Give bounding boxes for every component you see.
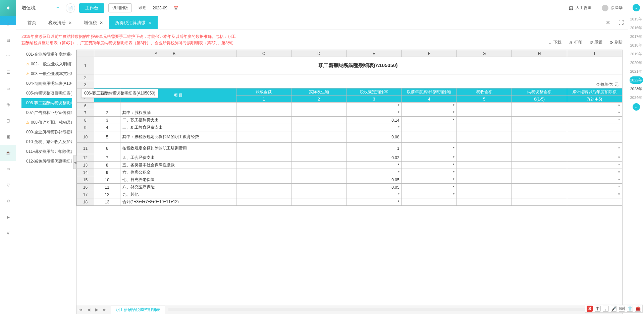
collapse-handle[interactable]: ◀ (73, 155, 76, 169)
reset-button[interactable]: ↺重置 (590, 40, 602, 45)
ime-skin-icon[interactable]: 👕 (627, 306, 633, 312)
form-list-item[interactable]: ⚠008-资产折旧、摊销及纳税... (21, 118, 72, 127)
avatar-icon (602, 5, 608, 11)
year-button[interactable]: 2024年 (630, 94, 643, 101)
rail-tax-icon[interactable]: ☕ (0, 145, 16, 161)
form-list-label: 010-免税、减计收入及加计... (26, 139, 72, 145)
ime-lang-icon[interactable]: 中 (595, 306, 601, 312)
form-list-item[interactable]: 001-企业所得税年度纳税申... (21, 50, 72, 59)
sheet-nav-first[interactable]: ⏮ (76, 307, 85, 312)
col-D[interactable]: D (291, 50, 346, 57)
year-button[interactable]: 2017年 (630, 33, 643, 40)
rail-chart-icon[interactable]: 〰 (0, 48, 16, 64)
refresh-icon: ⟳ (610, 40, 613, 45)
period-label: 账期 (139, 5, 147, 11)
user-name: 徐泽华 (610, 5, 623, 11)
close-icon[interactable]: ✕ (148, 20, 152, 25)
year-button[interactable]: 2019年 (630, 50, 643, 58)
user-menu[interactable]: 徐泽华 (602, 5, 623, 11)
sheet-title: 职工薪酬纳税调整明细表(A105050) (94, 57, 622, 74)
ime-tool-icon[interactable]: 🧰 (635, 306, 641, 312)
col-H[interactable]: H (512, 50, 567, 57)
tab[interactable]: 税表清册✕ (42, 16, 78, 29)
form-list-item[interactable]: 004-期间费用明细表(A1040... (21, 79, 72, 88)
tab[interactable]: 首页 (21, 16, 42, 29)
col-C[interactable]: C (236, 50, 291, 57)
sheet-nav-last[interactable]: ⏭ (101, 307, 109, 312)
form-list-label: 012-减免所得税优惠明细表(... (26, 159, 72, 164)
period-value: 2023-09 (153, 6, 167, 10)
close-all-tabs[interactable]: ✕ (601, 16, 614, 29)
ime-mic-icon[interactable]: 🎤 (611, 306, 617, 312)
form-list-label: 001-企业所得税年度纳税申... (26, 52, 72, 57)
form-list-item[interactable]: 012-减免所得税优惠明细表(... (21, 156, 72, 166)
rail-clipboard-icon[interactable]: ▭ (0, 80, 16, 97)
form-list-item[interactable]: 011-研发费用加计扣除优惠... (21, 147, 72, 156)
rail-v-icon[interactable]: V (0, 225, 16, 241)
form-list-item[interactable]: ⚠002-一般企业收入明细表(A... (21, 59, 72, 69)
sheet-nav-next[interactable]: ▶ (93, 307, 101, 312)
rail-shirt-icon[interactable]: ▢ (0, 113, 16, 129)
year-button[interactable]: 2023年 (630, 85, 643, 92)
sheet-grid[interactable]: A B C D E F G H I (76, 50, 622, 305)
year-scroll-down[interactable]: ⌄ (633, 103, 640, 111)
reset-icon: ↺ (590, 40, 593, 45)
tax-type-label: 增值税 (21, 5, 36, 11)
old-version-button[interactable]: 切到旧版 (108, 3, 132, 12)
tab-label: 税表清册 (48, 20, 66, 26)
close-icon[interactable]: ✕ (68, 20, 72, 25)
year-button[interactable]: 2018年 (630, 42, 643, 49)
rail-doc-icon[interactable]: ▤ (0, 32, 16, 48)
sheet-hscroll[interactable] (168, 308, 619, 311)
form-list-item[interactable]: 007-广告费和业务宣传费跨... (21, 108, 72, 118)
ime-logo-icon[interactable]: S (587, 306, 593, 312)
form-list-item[interactable]: 005-纳税调整项目明细表(A1... (21, 88, 72, 98)
tab[interactable]: 所得税汇算清缴✕ (109, 16, 158, 29)
download-button[interactable]: ⭳下载 (548, 40, 561, 45)
col-I[interactable]: I (567, 50, 622, 57)
year-button[interactable]: 2021年 (630, 68, 643, 75)
calendar-icon[interactable]: 📅 (173, 6, 178, 10)
year-button[interactable]: 2020年 (630, 59, 643, 66)
form-list-item[interactable]: 006-职工薪酬纳税调整明细... (21, 98, 72, 108)
tax-type-selector[interactable]: 增值税 ﹀ (21, 5, 62, 11)
app-root: ✦ ⌂ ▤ 〰 ☰ ▭ ◎ ▢ ▣ ☕ ▭ ▽ ⚙ ▶ V 增值税 ﹀ 📄 工作… (0, 0, 644, 314)
sheet-tab[interactable]: 职工薪酬纳税调整明细表 (111, 306, 165, 314)
col-G[interactable]: G (457, 50, 512, 57)
rail-gear-icon[interactable]: ⚙ (0, 193, 16, 209)
col-E[interactable]: E (346, 50, 401, 57)
rail-box-icon[interactable]: ▭ (0, 161, 16, 177)
col-A[interactable]: A B (94, 50, 236, 57)
workspace-button[interactable]: 工作台 (79, 3, 104, 13)
rail-coin-icon[interactable]: ◎ (0, 97, 16, 113)
year-scroll-up[interactable]: ⌄ (633, 4, 640, 11)
support-link[interactable]: 🎧 人工咨询 (569, 5, 592, 11)
refresh-button[interactable]: ⟳刷新 (610, 40, 623, 45)
year-button[interactable]: 2016年 (630, 24, 643, 32)
table-row: 1712九、其他*** (77, 191, 622, 198)
maximize-icon[interactable]: ⛶ (614, 16, 628, 29)
rail-image-icon[interactable]: ▣ (0, 129, 16, 145)
form-list-item[interactable]: 009-企业所得税弥补亏损明... (21, 127, 72, 137)
print-button[interactable]: 🖨打印 (569, 40, 582, 45)
ime-kbd-icon[interactable]: ⌨ (619, 306, 625, 312)
doc-icon-button[interactable]: 📄 (66, 3, 75, 13)
form-list-item[interactable]: 010-免税、减计收入及加计... (21, 137, 72, 147)
form-list-label: 009-企业所得税弥补亏损明... (26, 129, 72, 135)
form-list-item[interactable]: ⚠003-一般企业成本支出明细... (21, 69, 72, 79)
form-list-label: 005-纳税调整项目明细表(A1... (26, 90, 72, 96)
tab[interactable]: 增值税✕ (78, 16, 109, 29)
rail-home-icon[interactable]: ⌂ (0, 16, 16, 32)
sheet-nav-prev[interactable]: ◀ (85, 307, 93, 312)
form-list-label: 007-广告费和业务宣传费跨... (26, 110, 72, 116)
rail-inbox-icon[interactable]: ▽ (0, 177, 16, 193)
form-list-label: 011-研发费用加计扣除优惠... (26, 149, 72, 154)
sheet-table: A B C D E F G H I (76, 50, 622, 206)
col-F[interactable]: F (401, 50, 457, 57)
close-icon[interactable]: ✕ (100, 20, 103, 25)
ime-punct-icon[interactable]: ， (603, 306, 609, 312)
rail-play-icon[interactable]: ▶ (0, 209, 16, 225)
year-button[interactable]: 2022年 (630, 76, 643, 84)
rail-bag-icon[interactable]: ☰ (0, 64, 16, 80)
year-button[interactable]: 2015年 (630, 15, 643, 23)
